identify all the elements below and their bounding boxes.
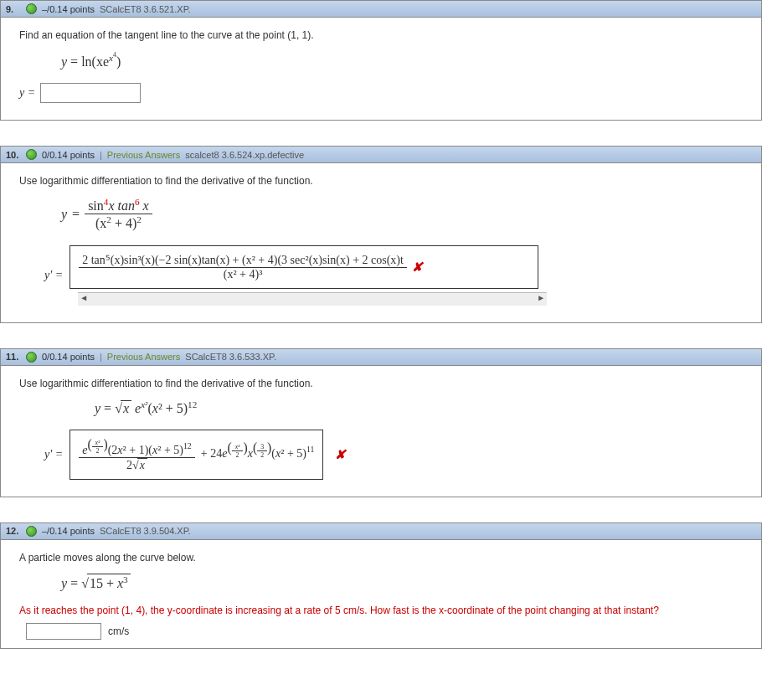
question-12: 12. –/0.14 points SCalcET8 3.9.504.XP. A…	[0, 522, 762, 649]
q11-y-label: y' =	[44, 448, 63, 461]
q11-number: 11.	[6, 352, 21, 362]
q12-prompt: A particle moves along the curve below.	[19, 552, 743, 564]
q10-answer-row: y' = 2 tan⁵(x)sin³(x)(−2 sin(x)tan(x) + …	[44, 245, 743, 306]
q12-source: SCalcET8 3.9.504.XP.	[100, 526, 191, 536]
question-10-header: 10. 0/0.14 points | Previous Answers sca…	[1, 147, 761, 163]
q12-unit: cm/s	[108, 625, 129, 637]
q12-answer-row: cm/s	[26, 623, 743, 640]
q9-number: 9.	[6, 4, 21, 14]
q9-y-label: y =	[19, 86, 35, 100]
q10-points: 0/0.14 points	[42, 150, 95, 160]
q10-answer-num: 2 tan⁵(x)sin³(x)(−2 sin(x)tan(x) + (x² +…	[79, 253, 407, 268]
incorrect-icon: ✘	[335, 447, 346, 462]
q11-source: SCalcET8 3.6.533.XP.	[185, 352, 276, 362]
question-11-header: 11. 0/0.14 points | Previous Answers SCa…	[1, 349, 761, 366]
question-12-header: 12. –/0.14 points SCalcET8 3.9.504.XP.	[1, 523, 761, 540]
scroll-left-icon[interactable]: ◄	[78, 293, 90, 305]
status-dot-icon[interactable]	[26, 352, 37, 363]
status-dot-icon[interactable]	[26, 526, 37, 537]
previous-answers-link[interactable]: Previous Answers	[107, 150, 180, 160]
previous-answers-link[interactable]: Previous Answers	[107, 352, 180, 362]
q10-y-label: y' =	[44, 269, 63, 282]
q9-equation: y = ln(xex4)	[61, 51, 743, 69]
answer-scrollbar[interactable]: ◄ ►	[78, 292, 547, 306]
q12-answer-input[interactable]	[26, 623, 101, 640]
question-9-header: 9. –/0.14 points SCalcET8 3.6.521.XP.	[1, 1, 761, 18]
q11-answer-row: y' = e(x²2)(2x² + 1)(x² + 5)12 2x + 24e(…	[44, 430, 743, 480]
question-9: 9. –/0.14 points SCalcET8 3.6.521.XP. Fi…	[0, 0, 762, 121]
q10-answer-den: (x² + 4)³	[79, 268, 407, 281]
q12-points: –/0.14 points	[42, 526, 95, 536]
q10-prompt: Use logarithmic differentiation to find …	[19, 175, 743, 187]
status-dot-icon[interactable]	[26, 3, 37, 14]
q12-number: 12.	[6, 526, 21, 536]
q9-points: –/0.14 points	[42, 4, 95, 14]
q10-number: 10.	[6, 150, 21, 160]
q10-body: Use logarithmic differentiation to find …	[1, 163, 761, 322]
q11-equation: y = x ex²(x² + 5)12	[95, 399, 743, 416]
q10-answer-box[interactable]: 2 tan⁵(x)sin³(x)(−2 sin(x)tan(x) + (x² +…	[70, 245, 538, 289]
q12-equation: y = 15 + x3	[61, 574, 743, 591]
q10-equation: y = sin4x tan6 x (x2 + 4)2	[61, 197, 743, 232]
q12-body: A particle moves along the curve below. …	[1, 540, 761, 648]
q9-source: SCalcET8 3.6.521.XP.	[100, 4, 191, 14]
status-dot-icon[interactable]	[26, 149, 37, 160]
q9-body: Find an equation of the tangent line to …	[1, 18, 761, 120]
scroll-right-icon[interactable]: ►	[535, 293, 547, 305]
q11-prompt: Use logarithmic differentiation to find …	[19, 378, 743, 389]
incorrect-icon: ✘	[412, 260, 423, 275]
separator: |	[100, 352, 102, 362]
q11-answer-box[interactable]: e(x²2)(2x² + 1)(x² + 5)12 2x + 24e(x²2)x…	[70, 430, 323, 480]
q11-points: 0/0.14 points	[42, 352, 95, 362]
question-10: 10. 0/0.14 points | Previous Answers sca…	[0, 146, 762, 323]
q9-answer-input[interactable]	[40, 83, 141, 103]
q10-source: scalcet8 3.6.524.xp.defective	[185, 150, 304, 160]
question-11: 11. 0/0.14 points | Previous Answers SCa…	[0, 348, 762, 497]
separator: |	[100, 150, 102, 160]
q11-body: Use logarithmic differentiation to find …	[1, 366, 761, 497]
q12-subprompt: As it reaches the point (1, 4), the y-co…	[19, 605, 743, 616]
q9-answer-row: y =	[19, 83, 743, 103]
q9-prompt: Find an equation of the tangent line to …	[19, 29, 743, 41]
